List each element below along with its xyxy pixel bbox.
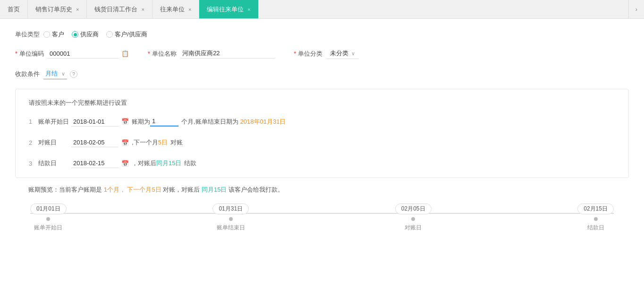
radio-both-circle [106, 31, 113, 38]
timeline-bubble-3: 02月05日 [395, 203, 432, 214]
tab-sales-history-close[interactable]: × [76, 7, 79, 12]
preview-part3: 同月15日 [202, 186, 227, 193]
period-suffix-3a: ，对账后 [132, 159, 156, 168]
period-cal-3[interactable]: 📅 [121, 160, 129, 167]
payment-help-icon[interactable]: ? [70, 70, 77, 78]
unit-category-label: 单位分类 [298, 50, 322, 58]
period-end-date-1: 2018年01月31日 [240, 118, 286, 126]
timeline-label-2: 账单结束日 [217, 224, 245, 232]
radio-both-label: 客户/供应商 [115, 30, 147, 39]
unit-category-value: 未分类 [330, 49, 348, 58]
tab-sales-history-label: 销售订单历史 [35, 5, 72, 14]
radio-customer[interactable]: 客户 [43, 30, 64, 39]
period-suffix-3b: 结款 [184, 159, 196, 168]
timeline-points: 01月01日 账单开始日 01月31日 账单结束日 02月05日 对账日 02月… [30, 203, 614, 232]
timeline-label-4: 结款日 [587, 224, 604, 232]
tab-partner-label: 往来单位 [160, 5, 185, 14]
period-row-1: 1 账单开始日 2018-01-01 📅 账期为 个月,账单结束日期为 2018… [29, 117, 615, 127]
timeline-bubble-4: 02月15日 [577, 203, 614, 214]
radio-supplier-dot [74, 33, 77, 36]
tab-home-label: 首页 [8, 5, 20, 14]
preview-text: 账期预览：当前客户账期是 1个月， 下一个月5日 对账，对账后 同月15日 该客… [28, 186, 616, 194]
timeline-point-4: 02月15日 结款日 [577, 203, 614, 232]
tabs-bar: 首页 销售订单历史 × 钱货日清工作台 × 往来单位 × 编辑往来单位 × › [0, 0, 644, 19]
timeline-point-1: 01月01日 账单开始日 [30, 203, 67, 232]
timeline-point-3: 02月05日 对账日 [395, 203, 432, 232]
payment-value: 月结 [45, 69, 58, 78]
period-row-3: 3 结款日 2018-02-15 📅 ，对账后 同月15日 结款 [29, 159, 615, 168]
radio-both[interactable]: 客户/供应商 [106, 30, 147, 39]
period-date-1: 2018-01-01 [71, 117, 119, 127]
preview-part1: 1个月， [104, 186, 126, 193]
unit-name-group: * 单位名称 [148, 49, 275, 59]
tab-edit-partner-label: 编辑往来单位 [207, 5, 244, 14]
unit-type-label: 单位类型 [15, 30, 40, 39]
unit-type-row: 单位类型 客户 供应商 客户/供应商 [15, 30, 629, 39]
radio-customer-circle [43, 31, 50, 38]
unit-code-calendar-icon[interactable]: 📋 [121, 50, 129, 57]
tab-cash-work-label: 钱货日清工作台 [94, 5, 137, 14]
tab-edit-partner[interactable]: 编辑往来单位 × [199, 0, 258, 18]
timeline-point-2: 01月31日 账单结束日 [212, 203, 249, 232]
period-cal-1[interactable]: 📅 [121, 118, 129, 125]
radio-supplier-label: 供应商 [80, 30, 99, 39]
radio-supplier[interactable]: 供应商 [72, 30, 99, 39]
timeline-dot-1 [46, 217, 50, 221]
unit-code-star: * [15, 50, 17, 57]
payment-row: 收款条件 月结 ∨ ? [15, 68, 629, 79]
preview-label: 账期预览：当前客户账期是 [28, 186, 102, 193]
period-box: 请按照未来的一个完整帐期进行设置 1 账单开始日 2018-01-01 📅 账期… [15, 89, 629, 178]
unit-name-input[interactable] [180, 49, 275, 59]
unit-category-group: * 单位分类 未分类 ∨ [294, 48, 359, 59]
preview-middle: 对账，对账后 [163, 186, 200, 193]
unit-code-group: * 单位编码 📋 [15, 49, 129, 59]
payment-select[interactable]: 月结 ∨ [43, 68, 67, 79]
tab-partner[interactable]: 往来单位 × [153, 0, 199, 18]
period-cal-2[interactable]: 📅 [121, 139, 129, 146]
timeline-dot-4 [594, 217, 598, 221]
period-num-2: 2 [29, 139, 38, 146]
tab-edit-partner-close[interactable]: × [247, 7, 250, 12]
period-months-input[interactable] [150, 117, 178, 127]
period-suffix-1b: 个月,账单结束日期为 [181, 118, 238, 126]
radio-customer-label: 客户 [52, 30, 64, 39]
tab-more-button[interactable]: › [628, 0, 644, 18]
tab-sales-history[interactable]: 销售订单历史 × [28, 0, 87, 18]
timeline-label-1: 账单开始日 [34, 224, 62, 232]
period-title: 请按照未来的一个完整帐期进行设置 [29, 99, 615, 107]
period-highlight-2: 5日 [158, 138, 168, 147]
radio-supplier-circle [72, 31, 78, 38]
tab-cash-work-close[interactable]: × [141, 7, 144, 12]
unit-code-label: 单位编码 [19, 50, 44, 58]
period-suffix-2a: ,下一个月 [132, 138, 158, 147]
period-date-2: 2018-02-05 [71, 138, 119, 147]
unit-category-chevron-icon: ∨ [351, 51, 355, 57]
unit-code-input[interactable] [48, 49, 119, 59]
period-label-3: 结款日 [38, 159, 71, 168]
unit-type-radio-group: 客户 供应商 客户/供应商 [43, 30, 147, 39]
period-suffix-2b: 对账 [170, 138, 183, 147]
unit-name-star: * [148, 50, 150, 57]
tab-home[interactable]: 首页 [0, 0, 28, 18]
period-row-2: 2 对账日 2018-02-05 📅 ,下一个月 5日 对账 [29, 138, 615, 147]
period-label-2: 对账日 [38, 138, 71, 147]
tab-partner-close[interactable]: × [188, 7, 191, 12]
unit-category-select[interactable]: 未分类 ∨ [326, 48, 359, 59]
preview-section: 账期预览：当前客户账期是 1个月， 下一个月5日 对账，对账后 同月15日 该客… [15, 178, 629, 194]
period-num-3: 3 [29, 160, 38, 167]
timeline-dot-2 [229, 217, 233, 221]
payment-label: 收款条件 [15, 70, 40, 78]
period-label-1: 账单开始日 [38, 118, 71, 126]
period-num-1: 1 [29, 118, 38, 125]
period-date-3: 2018-02-15 [71, 159, 119, 168]
period-highlight-3: 同月15日 [156, 159, 181, 168]
unit-name-label: 单位名称 [152, 50, 177, 58]
period-suffix-1a: 账期为 [132, 118, 150, 126]
tab-cash-work[interactable]: 钱货日清工作台 × [87, 0, 152, 18]
unit-category-star: * [294, 50, 296, 57]
main-content: 单位类型 客户 供应商 客户/供应商 * 单位编码 📋 [0, 19, 644, 287]
timeline-bubble-2: 01月31日 [212, 203, 249, 214]
timeline-label-3: 对账日 [405, 224, 422, 232]
preview-part2: 下一个月5日 [127, 186, 161, 193]
preview-end: 该客户会给我打款。 [229, 186, 284, 193]
